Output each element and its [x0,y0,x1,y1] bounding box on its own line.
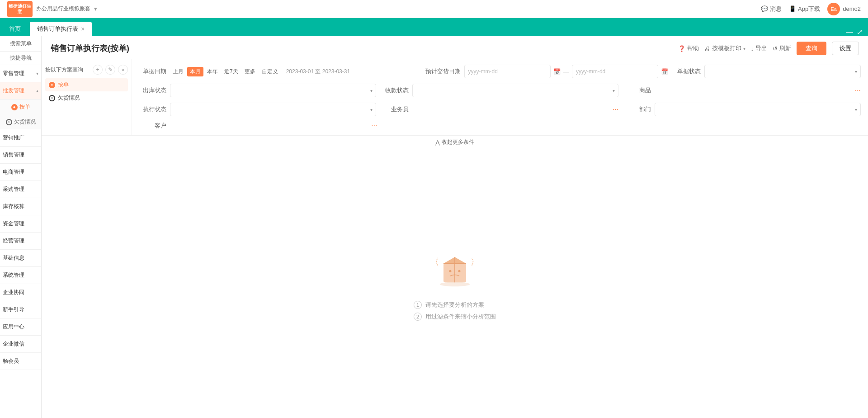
export-icon: ↓ [751,45,754,52]
collapse-scheme-button[interactable]: « [118,65,128,75]
expected-date-end[interactable]: yyyy-mm-dd [572,65,658,78]
help-icon: ❓ [678,45,685,52]
sidebar-item-member[interactable]: 畅会员 [0,353,41,370]
sidebar-item-marketing[interactable]: 营销推广 [0,129,41,147]
tab-close-icon[interactable]: × [81,25,85,33]
sidebar-item-operation[interactable]: 经营管理 [0,233,41,250]
page-title: 销售订单执行表(按单) [51,43,129,54]
sidebar-item-wechat-label: 企业微信 [3,340,24,348]
sidebar-item-system-label: 系统管理 [3,271,24,279]
sidebar-item-inventory[interactable]: 库存核算 [0,198,41,215]
date-tab-more[interactable]: 更多 [242,67,258,76]
customer-picker-button[interactable]: ··· [371,122,377,130]
sidebar-item-app-center[interactable]: 应用中心 [0,318,41,336]
filter-layout: 按以下方案查询 + ✎ « ● 按单 ○ 欠货情况 [42,59,868,135]
filter-row-4: 客户 ··· [139,122,861,130]
settings-button[interactable]: 设置 [832,42,859,55]
user-menu[interactable]: Ea demo2 [827,3,861,15]
message-button[interactable]: 💬 消息 [761,5,782,13]
sidebar-item-basic[interactable]: 基础信息 [0,250,41,267]
date-tab-last7days[interactable]: 近7天 [222,67,241,76]
filter-left-title-btns: + ✎ « [93,65,128,75]
export-label: 导出 [755,44,767,52]
refresh-label: 刷新 [779,44,791,52]
filter-rows: 单据日期 上月 本月 本年 近7天 更多 自定义 2023-03-01 至 20… [139,65,861,130]
sidebar-item-sales-mgmt-label: 销售管理 [3,151,24,159]
order-status-select[interactable] [704,65,861,78]
window-maximize-icon[interactable]: ⤢ [857,28,863,36]
edit-scheme-button[interactable]: ✎ [105,65,115,75]
sidebar-sub-item-debt[interactable]: ○ 欠货情况 [0,114,41,129]
sidebar-item-wholesale[interactable]: 批发管理 ▴ [0,82,41,100]
calendar-end-icon[interactable]: 📅 [661,68,668,75]
message-icon: 💬 [761,5,768,12]
sidebar-item-operation-label: 经营管理 [3,237,24,245]
print-button[interactable]: 🖨 按模板打印 [704,44,745,52]
sidebar-item-finance[interactable]: 资金管理 [0,215,41,233]
date-label: 单据日期 [139,67,166,76]
window-minimize-icon[interactable]: — [846,28,853,36]
product-label: 商品 [624,86,651,95]
user-name: demo2 [843,5,861,12]
date-separator: — [563,68,569,75]
filter-left-title-text: 按以下方案查询 [45,66,83,74]
filter-group-expected-date: 预计交货日期 yyyy-mm-dd 📅 — yyyy-mm-dd 📅 [425,65,669,78]
empty-hint-1: 1 请先选择要分析的方案 [414,301,496,309]
empty-illustration [432,247,477,292]
sidebar-shortcut[interactable]: 快捷导航 [0,52,41,65]
date-tab-this-year[interactable]: 本年 [204,67,221,76]
payment-status-wrapper: ▾ [412,84,618,97]
refresh-button[interactable]: ↺ 刷新 [773,44,791,52]
scheme-debt-icon: ○ [49,95,55,101]
payment-status-select[interactable] [412,84,618,97]
filter-group-department: 部门 ▾ [624,103,861,116]
app-title-dropdown-icon[interactable]: ▾ [94,5,97,12]
tab-home[interactable]: 首页 [2,22,28,36]
sidebar-item-ecommerce[interactable]: 电商管理 [0,164,41,181]
filter-group-date: 单据日期 上月 本月 本年 近7天 更多 自定义 2023-03-01 至 20… [139,67,420,76]
sidebar-item-guide-label: 新手引导 [3,306,24,314]
scheme-order-icon: ● [49,82,55,88]
sidebar-item-retail-arrow: ▾ [36,71,38,76]
filter-scheme-by-order[interactable]: ● 按单 [45,78,128,91]
content: 销售订单执行表(按单) ❓ 帮助 🖨 按模板打印 ↓ 导出 ↺ 刷新 [42,36,868,418]
filter-right-panel: 单据日期 上月 本月 本年 近7天 更多 自定义 2023-03-01 至 20… [132,59,868,135]
sidebar-item-retail-label: 零售管理 [3,70,24,77]
product-picker-button[interactable]: ··· [855,86,861,95]
app-download-button[interactable]: 📱 App下载 [789,5,820,13]
expected-date-label: 预计交货日期 [425,67,461,76]
add-scheme-button[interactable]: + [93,65,103,75]
sidebar-search[interactable]: 搜索菜单 [0,36,41,52]
sidebar-item-ecommerce-label: 电商管理 [3,168,24,176]
delivery-status-select[interactable] [170,84,376,97]
date-tab-last-month[interactable]: 上月 [170,67,186,76]
sidebar-item-guide[interactable]: 新手引导 [0,301,41,318]
sidebar-item-sales-mgmt[interactable]: 销售管理 [0,147,41,164]
filter-scheme-by-debt[interactable]: ○ 欠货情况 [45,91,128,104]
date-range-text: 2023-03-01 至 2023-03-31 [286,68,350,76]
query-button[interactable]: 查询 [797,42,826,55]
date-tab-custom[interactable]: 自定义 [259,67,281,76]
department-select[interactable] [655,103,861,116]
sidebar-item-retail[interactable]: 零售管理 ▾ [0,65,41,82]
sidebar-sub-item-order[interactable]: ● 按单 [0,100,41,114]
collapse-more-label: 收起更多条件 [442,138,474,146]
salesman-picker-button[interactable]: ··· [613,105,618,114]
app-download-label: App下载 [798,5,820,13]
tab-sales-order[interactable]: 销售订单执行表 × [30,22,92,36]
sidebar-item-enterprise[interactable]: 企业协同 [0,284,41,301]
sidebar-item-system[interactable]: 系统管理 [0,267,41,284]
help-button[interactable]: ❓ 帮助 [678,44,699,52]
debt-dot-icon: ○ [6,119,12,125]
export-button[interactable]: ↓ 导出 [751,44,768,52]
sidebar-item-purchase[interactable]: 采购管理 [0,181,41,198]
expected-date-start[interactable]: yyyy-mm-dd [464,65,551,78]
sidebar-item-marketing-label: 营销推广 [3,134,24,142]
collapse-more-button[interactable]: ⋀ 收起更多条件 [42,135,868,149]
calendar-start-icon[interactable]: 📅 [553,68,561,75]
execution-status-select[interactable] [170,103,376,116]
sidebar-item-member-label: 畅会员 [3,357,19,365]
print-icon: 🖨 [704,45,710,52]
sidebar-item-wechat[interactable]: 企业微信 [0,336,41,353]
date-tab-this-month[interactable]: 本月 [187,67,203,76]
